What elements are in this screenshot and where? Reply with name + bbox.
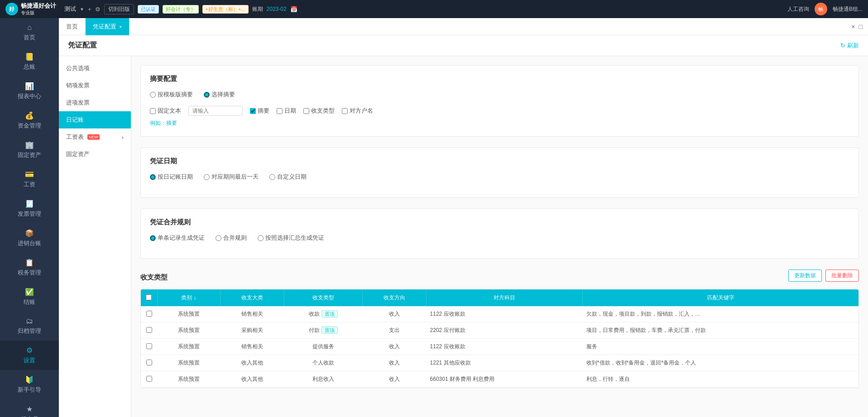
refresh-button[interactable]: ↻ 刷新 <box>840 42 859 50</box>
checkbox-summary-input[interactable] <box>250 108 256 114</box>
settings-icon[interactable]: ⚙ <box>95 6 101 13</box>
settlement-icon: ✅ <box>25 288 34 296</box>
sidebar-item-ledger[interactable]: 📒 总账 <box>0 47 59 76</box>
date-radio-custom[interactable]: 自定义日期 <box>269 173 307 181</box>
checkbox-date[interactable]: 日期 <box>277 107 296 115</box>
row-keywords: 收到*借款，收到*备用金，退回*备用金，个人 <box>583 355 858 371</box>
sidebar-item-asset[interactable]: 🏢 固定资产 <box>0 135 59 165</box>
summary-radio-select-input[interactable] <box>204 92 210 98</box>
add-icon[interactable]: + <box>88 6 91 13</box>
checkbox-counterparty[interactable]: 对方户名 <box>342 107 373 115</box>
tab-bar: 首页 凭证配置 × × □ <box>59 18 868 35</box>
sidebar-label-asset: 固定资产 <box>18 151 41 159</box>
sidebar-item-settings[interactable]: ⚙ 设置 <box>0 341 59 370</box>
merge-radio-select-total-input[interactable] <box>258 235 264 241</box>
th-category: 类别 ↓ <box>157 289 220 306</box>
fixed-text-input[interactable] <box>188 106 243 116</box>
summary-radio-select[interactable]: 选择摘要 <box>204 90 235 99</box>
batch-delete-button[interactable]: 批量删除 <box>825 270 859 282</box>
income-type-table: 类别 ↓ 收支大类 收支类型 收支方向 对方科目 匹配关键字 <box>141 289 858 388</box>
row-category: 系统预置 <box>157 371 220 388</box>
sidebar-item-settlement[interactable]: ✅ 结账 <box>0 282 59 312</box>
update-data-button[interactable]: 更新数据 <box>788 270 822 282</box>
checkbox-date-input[interactable] <box>277 108 283 114</box>
window-maximize-button[interactable]: □ <box>859 23 863 30</box>
checkbox-income-type[interactable]: 收支类型 <box>303 107 335 115</box>
tab-close-button[interactable]: × <box>119 24 122 29</box>
tab-home[interactable]: 首页 <box>59 18 86 35</box>
row-checkbox[interactable] <box>146 311 152 317</box>
row-checkbox[interactable] <box>146 343 152 349</box>
row-checkbox[interactable] <box>146 360 152 365</box>
sub-nav-label-wage-table: 工资表 <box>66 133 84 141</box>
table-actions: 更新数据 批量删除 <box>788 270 859 282</box>
merge-radio-single[interactable]: 单条记录生成凭证 <box>150 234 205 242</box>
sidebar-item-invoice-mgr[interactable]: 🧾 发票管理 <box>0 194 59 223</box>
sidebar-item-home[interactable]: ⌂ 首页 <box>0 18 59 47</box>
sub-nav-fixed-asset[interactable]: 固定资产 <box>59 146 131 163</box>
sidebar-item-archive[interactable]: 🗂 归档管理 <box>0 312 59 341</box>
row-major: 采购相关 <box>220 322 284 339</box>
row-checkbox[interactable] <box>146 327 152 333</box>
row-subject: 1122 应收账款 <box>427 306 583 322</box>
checkbox-fixed-text-input[interactable] <box>150 108 156 114</box>
sidebar-item-report[interactable]: 📊 报表中心 <box>0 76 59 106</box>
row-checkbox-cell <box>141 322 157 339</box>
summary-radio-template[interactable]: 按模板版摘要 <box>150 90 193 99</box>
checkbox-summary[interactable]: 摘要 <box>250 107 269 115</box>
main-layout: ⌂ 首页 📒 总账 📊 报表中心 💰 资金管理 🏢 固定资产 💳 工资 🧾 发票… <box>0 18 868 417</box>
sub-nav-journal[interactable]: 日记账 <box>59 111 131 128</box>
select-all-checkbox[interactable] <box>146 294 152 300</box>
sidebar-label-guide: 新手引导 <box>18 386 41 394</box>
date-radio-period-last[interactable]: 对应期间最后一天 <box>204 173 259 181</box>
th-direction: 收支方向 <box>362 289 426 306</box>
checkbox-income-type-input[interactable] <box>303 108 309 114</box>
sidebar-item-purchase[interactable]: 📦 进销台账 <box>0 223 59 253</box>
calendar-icon[interactable]: 📅 <box>290 6 297 13</box>
period-value: 2023-02 <box>267 6 287 12</box>
sidebar-item-guide[interactable]: 🔰 新手引导 <box>0 370 59 399</box>
date-radio-custom-input[interactable] <box>269 174 275 180</box>
merge-section: 凭证合并规则 单条记录生成凭证 合并规则 按照选择汇总生成凭证 <box>140 208 859 259</box>
sidebar-item-tax[interactable]: 📋 税务管理 <box>0 253 59 282</box>
support-link[interactable]: 人工咨询 <box>787 5 809 13</box>
row-checkbox[interactable] <box>146 376 152 382</box>
date-section: 凭证日期 按日记账日期 对应期间最后一天 自定义日期 <box>140 147 859 198</box>
sidebar-label-purchase: 进销台账 <box>18 239 41 247</box>
sub-nav-wage-table[interactable]: 工资表 NEW › <box>59 128 131 146</box>
th-subject: 对方科目 <box>427 289 583 306</box>
sidebar: ⌂ 首页 📒 总账 📊 报表中心 💰 资金管理 🏢 固定资产 💳 工资 🧾 发票… <box>0 18 59 417</box>
switch-version-button[interactable]: 切到旧版 <box>104 4 134 14</box>
summary-radio-template-input[interactable] <box>150 92 156 98</box>
tab-voucher-config[interactable]: 凭证配置 × <box>86 18 129 35</box>
app-name: 畅捷通好会计 <box>21 2 56 10</box>
row-major: 销售相关 <box>220 339 284 355</box>
top-tag: 置顶 <box>321 327 338 334</box>
date-radio-journal-input[interactable] <box>150 174 156 180</box>
checkbox-income-type-label: 收支类型 <box>311 107 335 115</box>
company-name: 测试 <box>64 5 76 13</box>
config-main: 摘要配置 按模板版摘要 选择摘要 <box>131 56 868 417</box>
date-radio-group: 按日记账日期 对应期间最后一天 自定义日期 <box>150 173 849 181</box>
sub-nav: 公共选项 销项发票 进项发票 日记账 工资表 NEW › <box>59 56 131 417</box>
sidebar-item-fund[interactable]: 💰 资金管理 <box>0 106 59 135</box>
company-dropdown-arrow[interactable]: ▼ <box>80 7 84 12</box>
sidebar-item-salary[interactable]: 💳 工资 <box>0 165 59 194</box>
merge-radio-merge[interactable]: 合并规则 <box>216 234 247 242</box>
window-close-button[interactable]: × <box>851 23 855 30</box>
sub-nav-sales-invoice[interactable]: 销项发票 <box>59 77 131 94</box>
sidebar-item-member[interactable]: ★ 畅会员 <box>0 399 59 417</box>
sidebar-label-home: 首页 <box>24 33 35 42</box>
row-direction: 收入 <box>362 371 426 388</box>
tab-home-label: 首页 <box>66 23 78 31</box>
table-row: 系统预置 收入其他 利息收入 收入 660301 财务费用 利息费用 利息，行转… <box>141 371 858 388</box>
sub-nav-public[interactable]: 公共选项 <box>59 60 131 77</box>
sub-nav-purchase-invoice[interactable]: 进项发票 <box>59 94 131 111</box>
merge-radio-merge-input[interactable] <box>216 235 221 241</box>
merge-radio-select-total[interactable]: 按照选择汇总生成凭证 <box>258 234 324 242</box>
checkbox-fixed-text[interactable]: 固定文本 <box>150 107 181 115</box>
checkbox-counterparty-input[interactable] <box>342 108 348 114</box>
merge-radio-single-input[interactable] <box>150 235 156 241</box>
date-radio-period-last-input[interactable] <box>204 174 210 180</box>
date-radio-journal[interactable]: 按日记账日期 <box>150 173 193 181</box>
